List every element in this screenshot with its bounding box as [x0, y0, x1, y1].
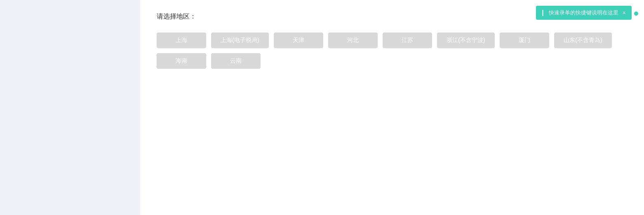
region-button[interactable]: 上海(电子税局) — [211, 33, 269, 48]
left-sidebar — [0, 0, 140, 215]
region-button[interactable]: 浙江(不含宁波) — [437, 33, 495, 48]
region-buttons-container: 上海上海(电子税局)天津河北江苏浙江(不含宁波)厦门山东(不含青岛)海南云南 — [157, 33, 628, 69]
tooltip-text: 快速录单的快捷键说明在这里 — [549, 9, 618, 16]
region-button[interactable]: 天津 — [274, 33, 323, 48]
region-button[interactable]: 江苏 — [383, 33, 432, 48]
region-button[interactable]: 上海 — [157, 33, 206, 48]
tooltip-banner: 快速录单的快捷键说明在这里 × — [536, 6, 632, 20]
region-button[interactable]: 河北 — [328, 33, 378, 48]
region-button[interactable]: 云南 — [211, 53, 261, 69]
region-button[interactable]: 海南 — [157, 53, 206, 69]
tooltip-dot — [634, 12, 638, 16]
region-button[interactable]: 厦门 — [500, 33, 549, 48]
tooltip-close-button[interactable]: × — [623, 10, 626, 16]
main-content: 请选择地区： 上海上海(电子税局)天津河北江苏浙江(不含宁波)厦门山东(不含青岛… — [140, 0, 644, 215]
region-button[interactable]: 山东(不含青岛) — [554, 33, 612, 48]
